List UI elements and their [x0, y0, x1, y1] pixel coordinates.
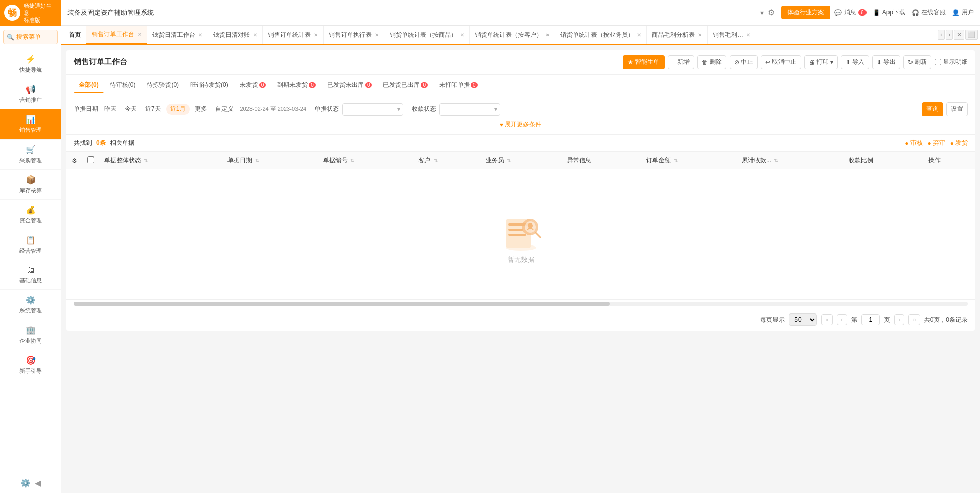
user-menu[interactable]: 👤 用户 — [952, 8, 974, 17]
refresh-btn[interactable]: ↻ 刷新 — [903, 55, 931, 69]
sort-amount-icon[interactable]: ⇅ — [674, 158, 678, 163]
sidebar-item-company[interactable]: 🏢 企业协同 — [0, 320, 61, 350]
cancel-review-action-btn[interactable]: ● 弃审 — [928, 139, 945, 147]
cancel-stop-btn[interactable]: ↩ 取消中止 — [761, 55, 801, 69]
industry-btn[interactable]: 体验行业方案 — [781, 6, 830, 19]
sort-customer-icon[interactable]: ⇅ — [434, 158, 438, 163]
stop-btn[interactable]: ⊘ 中止 — [730, 55, 758, 69]
tab-sales-workbench[interactable]: 销售订单工作台 ✕ — [86, 26, 147, 44]
import-btn[interactable]: ⬆ 导入 — [841, 55, 869, 69]
tab-sales-exec[interactable]: 销售订单执行表 ✕ — [324, 26, 384, 44]
sidebar-item-finance[interactable]: 💰 资金管理 — [0, 200, 61, 230]
company-icon: 🏢 — [26, 325, 36, 335]
horizontal-scrollbar[interactable] — [74, 302, 968, 306]
show-detail-checkbox[interactable] — [935, 59, 941, 65]
filter-status-select[interactable] — [342, 103, 403, 116]
th-checkbox[interactable] — [82, 152, 99, 169]
filter-tab-pending-check[interactable]: 待拣验货(0) — [142, 79, 184, 93]
tab-close-sales-extra[interactable]: ✕ — [746, 32, 750, 38]
date-btn-1month[interactable]: 近1月 — [166, 104, 190, 115]
tabs-prev-btn[interactable]: ‹ — [938, 30, 945, 40]
scrollbar-thumb[interactable] — [74, 302, 610, 306]
filter-tab-wangpu[interactable]: 旺铺待发货(0) — [185, 79, 234, 93]
sidebar-collapse-icon[interactable]: ◀ — [35, 478, 41, 488]
expand-conditions-btn[interactable]: ▾ 展开更多条件 — [500, 120, 541, 129]
filter-payment-select[interactable] — [439, 103, 500, 116]
sort-date-icon[interactable]: ⇅ — [255, 158, 259, 163]
sidebar-item-purchase[interactable]: 🛒 采购管理 — [0, 140, 61, 170]
sidebar-item-baseinfo[interactable]: 🗂 基础信息 — [0, 260, 61, 290]
date-btn-custom[interactable]: 自定义 — [212, 104, 237, 115]
tab-close-cash-reconcile[interactable]: ✕ — [253, 32, 257, 38]
filter-tab-overdue[interactable]: 到期未发货0 — [272, 79, 321, 93]
sidebar-item-ops[interactable]: 📋 经营管理 — [0, 230, 61, 260]
show-detail-label[interactable]: 显示明细 — [935, 58, 968, 66]
tab-cash-daily[interactable]: 钱货日清工作台 ✕ — [147, 26, 208, 44]
date-btn-more[interactable]: 更多 — [192, 104, 210, 115]
tab-sales-stats[interactable]: 销售订单统计表 ✕ — [263, 26, 324, 44]
per-page-select[interactable]: 50 10 20 100 — [789, 313, 817, 326]
export-btn[interactable]: ⬇ 导出 — [872, 55, 900, 69]
last-page-btn[interactable]: » — [908, 314, 920, 325]
filter-tab-not-printed[interactable]: 未打印单据0 — [434, 79, 483, 93]
sidebar-item-marketing[interactable]: 📢 营销推广 — [0, 79, 61, 109]
delete-btn[interactable]: 🗑 删除 — [697, 55, 726, 69]
topbar-dropdown-icon[interactable]: ▾ — [760, 9, 764, 17]
tab-cash-reconcile[interactable]: 钱货日清对账 ✕ — [208, 26, 263, 44]
tab-sales-by-customer[interactable]: 销货单统计表（按客户） ✕ — [470, 26, 555, 44]
sidebar-item-inventory[interactable]: 📦 库存核算 — [0, 170, 61, 200]
next-page-btn[interactable]: › — [894, 314, 904, 325]
sort-staff-icon[interactable]: ⇅ — [507, 158, 511, 163]
sidebar-settings-icon[interactable]: ⚙️ — [20, 478, 31, 488]
filter-reset-btn[interactable]: 设置 — [946, 102, 968, 116]
tab-sales-by-product[interactable]: 销货单统计表（按商品） ✕ — [384, 26, 470, 44]
sort-status-icon[interactable]: ⇅ — [144, 158, 148, 163]
tab-close-sales-by-customer[interactable]: ✕ — [545, 32, 550, 38]
tabs-maximize-btn[interactable]: ⬜ — [965, 30, 978, 40]
sidebar-item-sales[interactable]: 📊 销售管理 — [0, 109, 61, 140]
page-input[interactable] — [861, 314, 880, 325]
prev-page-btn[interactable]: ‹ — [837, 314, 847, 325]
tab-close-sales-workbench[interactable]: ✕ — [138, 32, 142, 37]
topbar-settings-icon[interactable]: ⚙ — [768, 8, 775, 17]
sort-received-icon[interactable]: ⇅ — [774, 158, 778, 163]
search-menu-button[interactable]: 🔍 搜索菜单 — [3, 30, 58, 44]
tab-close-sales-by-product[interactable]: ✕ — [460, 32, 464, 38]
tab-sales-by-staff[interactable]: 销货单统计表（按业务员） ✕ — [555, 26, 647, 44]
date-btn-today[interactable]: 今天 — [122, 104, 140, 115]
filter-tab-not-shipped[interactable]: 未发货0 — [235, 79, 271, 93]
first-page-btn[interactable]: « — [821, 314, 833, 325]
tabs-close-all-btn[interactable]: ✕ — [954, 30, 964, 40]
tab-close-sales-exec[interactable]: ✕ — [375, 32, 379, 38]
tab-gross-profit[interactable]: 商品毛利分析表 ✕ — [647, 26, 708, 44]
ship-action-btn[interactable]: ● 发货 — [950, 139, 968, 147]
message-btn[interactable]: 💬 消息 6 — [834, 8, 867, 17]
review-action-btn[interactable]: ● 审核 — [905, 139, 922, 147]
filter-tab-shipped-out[interactable]: 已发货已出库0 — [378, 79, 433, 93]
sidebar-item-sysmgmt[interactable]: ⚙️ 系统管理 — [0, 290, 61, 320]
print-btn[interactable]: 🖨 打印 ▾ — [804, 55, 838, 69]
sort-number-icon[interactable]: ⇅ — [350, 158, 354, 163]
tab-close-sales-stats[interactable]: ✕ — [314, 32, 318, 38]
add-btn[interactable]: + 新增 — [668, 55, 694, 69]
tabs-arrows: ‹ › ✕ ⬜ — [938, 30, 978, 40]
app-download-btn[interactable]: 📱 App下载 — [873, 8, 905, 17]
filter-tab-shipped-not-out[interactable]: 已发货未出库0 — [322, 79, 377, 93]
filter-tab-all[interactable]: 全部(0) — [74, 79, 104, 93]
filter-tab-pending-review[interactable]: 待审核(0) — [105, 79, 141, 93]
tab-close-gross-profit[interactable]: ✕ — [698, 32, 702, 38]
tab-sales-extra[interactable]: 销售毛利… ✕ — [708, 26, 756, 44]
date-btn-yesterday[interactable]: 昨天 — [101, 104, 120, 115]
tab-close-sales-by-staff[interactable]: ✕ — [637, 32, 641, 38]
sidebar-item-guide[interactable]: 🎯 新手引导 — [0, 350, 61, 380]
date-btn-7days[interactable]: 近7天 — [142, 104, 164, 115]
select-all-checkbox[interactable] — [87, 156, 94, 163]
tab-close-cash-daily[interactable]: ✕ — [198, 32, 202, 38]
tabs-next-btn[interactable]: › — [946, 30, 953, 40]
sidebar-item-quicknav[interactable]: ⚡ 快捷导航 — [0, 49, 61, 79]
smart-create-btn[interactable]: ★ 智能生单 — [623, 55, 665, 69]
filter-search-btn[interactable]: 查询 — [922, 102, 943, 116]
th-config[interactable]: ⚙ — [66, 152, 82, 169]
online-service-btn[interactable]: 🎧 在线客服 — [911, 8, 946, 17]
tab-home[interactable]: 首页 — [63, 26, 86, 44]
